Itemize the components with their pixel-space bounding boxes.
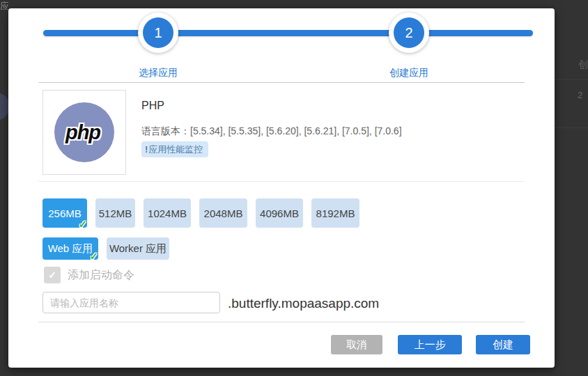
memory-option-1024mb[interactable]: 1024MB [144, 198, 191, 228]
step-2-circle[interactable]: 2 [389, 13, 429, 53]
app-type-option-label: Worker 应用 [109, 242, 167, 256]
step-1-circle[interactable]: 1 [138, 13, 178, 53]
step-1-number: 1 [143, 17, 173, 48]
app-type-option-worker[interactable]: Worker 应用 [107, 237, 169, 260]
step-2-label: 创建应用 [367, 67, 451, 79]
step-2-number: 2 [394, 17, 424, 48]
app-language-versions: 语言版本：[5.5.34], [5.5.35], [5.6.20], [5.6.… [141, 125, 402, 138]
cancel-button[interactable]: 取消 [331, 335, 382, 354]
app-type-option-label: Web 应用 [48, 242, 93, 256]
domain-suffix-text: .butterfly.mopaasapp.com [228, 293, 379, 314]
background-divider [555, 79, 588, 80]
memory-option-label: 4096MB [260, 207, 299, 219]
php-logo-icon: php [54, 102, 114, 162]
background-divider [555, 127, 588, 128]
memory-option-label: 256MB [48, 207, 82, 219]
check-icon: ✓ [89, 250, 98, 263]
exclamation-icon: ! [145, 144, 148, 155]
divider [38, 322, 525, 322]
memory-option-group: 256MB ✓ 512MB 1024MB 2048MB 4096MB 8192M… [42, 198, 359, 228]
check-icon: ✓ [48, 269, 56, 281]
background-partial-text: 创 [578, 58, 588, 71]
memory-option-label: 512MB [99, 207, 132, 219]
create-button[interactable]: 创建 [476, 335, 530, 354]
divider [38, 181, 525, 182]
create-app-modal: 1 2 选择应用 创建应用 php PHP 语言版本：[5.5.34], [5.… [8, 8, 555, 368]
background-partial-text: 2 [578, 90, 582, 100]
memory-option-512mb[interactable]: 512MB [95, 198, 135, 228]
background-partial-text: 应 [0, 0, 8, 13]
memory-option-8192mb[interactable]: 8192MB [311, 198, 359, 228]
check-icon: ✓ [78, 218, 87, 230]
selected-app-card: php [42, 90, 126, 175]
previous-step-button[interactable]: 上一步 [398, 335, 462, 354]
apm-badge-label: 应用性能监控 [148, 144, 203, 155]
app-type-option-group: Web 应用 ✓ Worker 应用 [42, 237, 169, 260]
startup-command-row: ✓ 添加启动命令 [44, 267, 134, 283]
php-logo-text: php [65, 121, 103, 144]
memory-option-256mb[interactable]: 256MB ✓ [42, 198, 87, 228]
startup-command-checkbox[interactable]: ✓ [44, 267, 61, 283]
startup-command-label: 添加启动命令 [68, 268, 134, 283]
memory-option-label: 1024MB [148, 207, 187, 219]
memory-option-label: 8192MB [316, 207, 355, 219]
divider [38, 82, 525, 83]
memory-option-4096mb[interactable]: 4096MB [256, 198, 303, 228]
memory-option-label: 2048MB [204, 207, 243, 219]
app-name-input[interactable] [42, 292, 220, 313]
memory-option-2048mb[interactable]: 2048MB [199, 198, 247, 228]
stepper-progress-bar [43, 30, 533, 36]
app-title: PHP [141, 100, 164, 112]
step-1-label: 选择应用 [116, 67, 200, 79]
app-type-option-web[interactable]: Web 应用 ✓ [42, 237, 98, 260]
apm-badge: !应用性能监控 [141, 141, 208, 157]
